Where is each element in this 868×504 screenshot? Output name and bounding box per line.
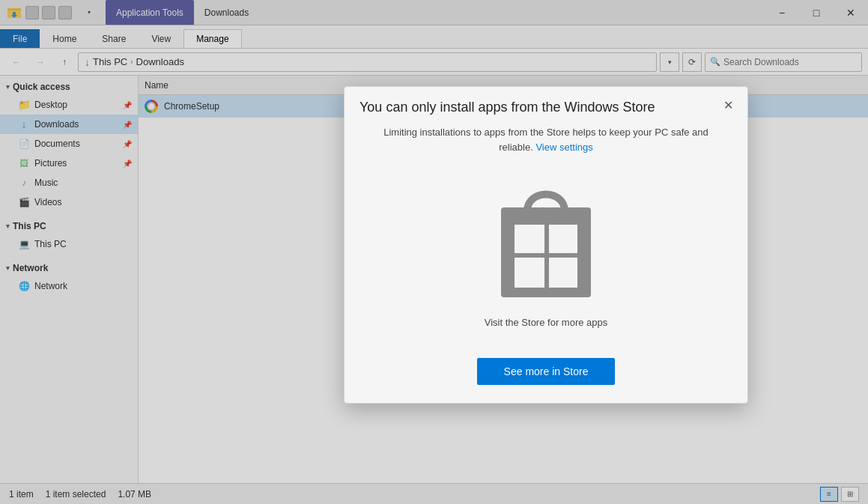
modal-overlay: You can only install apps from the Windo…: [0, 0, 868, 504]
modal-footer: See more in Store: [345, 358, 747, 403]
modal-close-button[interactable]: ✕: [717, 94, 738, 115]
main-window: ▾ Application Tools Downloads − □ ✕ File…: [0, 0, 868, 504]
view-settings-link[interactable]: View settings: [535, 142, 592, 153]
svg-rect-8: [547, 258, 577, 288]
modal-header: You can only install apps from the Windo…: [345, 87, 747, 125]
modal-subtitle: Limiting installations to apps from the …: [367, 125, 725, 154]
modal-body: Limiting installations to apps from the …: [345, 125, 747, 358]
svg-rect-5: [515, 225, 544, 255]
store-bag-illustration: [486, 166, 606, 305]
svg-rect-6: [547, 225, 577, 255]
windows-store-modal: You can only install apps from the Windo…: [344, 86, 748, 404]
svg-rect-7: [515, 258, 544, 288]
svg-rect-10: [544, 225, 549, 288]
modal-visit-text: Visit the Store for more apps: [367, 317, 725, 328]
modal-title: You can only install apps from the Windo…: [359, 99, 655, 116]
see-more-in-store-button[interactable]: See more in Store: [477, 358, 616, 385]
